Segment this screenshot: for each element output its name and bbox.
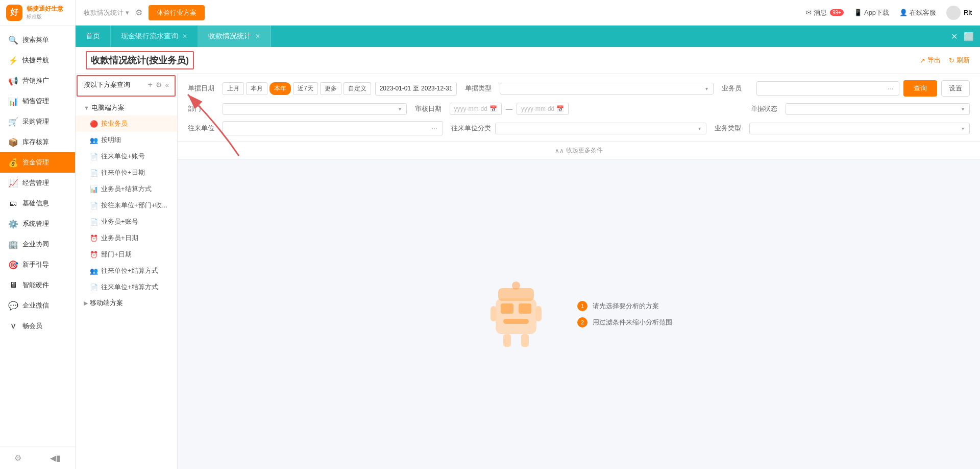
sidebar-item-quick-nav[interactable]: ⚡ 快捷导航 — [0, 50, 75, 71]
scheme-add-icon[interactable]: + — [148, 80, 152, 89]
biztype-select[interactable]: ▾ — [749, 123, 970, 134]
audit-label: 审核日期 — [415, 104, 446, 113]
sidebar-item-guide[interactable]: 🎯 新手引导 — [0, 254, 75, 275]
tree-group-mobile-header[interactable]: ▶ 移动端方案 — [76, 295, 177, 311]
collapse-bar[interactable]: ∧∧ 收起更多条件 — [178, 142, 980, 159]
query-btn[interactable]: 查询 — [903, 80, 937, 97]
svg-rect-9 — [498, 288, 534, 301]
page-header: 收款情况统计(按业务员) ↗ 导出 ↻ 刷新 — [76, 47, 980, 74]
date-btn-custom[interactable]: 自定义 — [344, 82, 371, 95]
window-close-icon[interactable]: ✕ — [951, 32, 958, 41]
tab-bank-flow-close[interactable]: ✕ — [182, 33, 187, 40]
unit-dept-icon: 📄 — [90, 201, 98, 209]
service-icon: 👤 — [899, 9, 908, 16]
tab-home[interactable]: 首页 — [76, 26, 111, 47]
unit-settlement1-icon: 👥 — [90, 267, 98, 275]
sales-icon: 📊 — [8, 96, 18, 106]
refresh-btn[interactable]: ↻ 刷新 — [949, 56, 970, 65]
logo-title: 畅捷通好生意 — [27, 5, 63, 13]
docstatus-select[interactable]: ▾ — [786, 103, 970, 115]
sidebar-label-sales: 销售管理 — [22, 97, 49, 106]
sidebar-item-search[interactable]: 🔍 搜索菜单 — [0, 30, 75, 50]
tree-item-salesperson-settlement[interactable]: 📊 业务员+结算方式 — [76, 181, 177, 197]
tree-item-dept-date[interactable]: ⏰ 部门+日期 — [76, 246, 177, 263]
messages-btn[interactable]: ✉ 消息 99+ — [806, 8, 844, 17]
date-btn-7days[interactable]: 近7天 — [293, 82, 318, 95]
sidebar-logo: 好 畅捷通好生意 标准版 — [0, 0, 75, 26]
export-btn[interactable]: ↗ 导出 — [920, 56, 941, 65]
sidebar-item-marketing[interactable]: 📢 营销推广 — [0, 71, 75, 91]
counterpart-label: 往来单位 — [188, 124, 218, 133]
tab-receivable-close[interactable]: ✕ — [255, 33, 260, 40]
doctype-select[interactable]: ▾ — [500, 83, 713, 95]
counterpart-select[interactable]: ··· — [223, 121, 443, 135]
salesperson-select[interactable]: ··· — [756, 81, 899, 96]
sidebar-collapse-icon[interactable]: ◀▮ — [50, 453, 61, 463]
filter-doctype-item: 单据类型 ▾ — [465, 83, 713, 95]
filter-setting-btn[interactable]: 设置 — [941, 80, 970, 97]
category-select[interactable]: ▾ — [495, 123, 706, 134]
tab-bank-flow[interactable]: 现金银行流水查询 ✕ — [111, 26, 198, 47]
tree-item-unit-settlement1[interactable]: 👥 往来单位+结算方式 — [76, 263, 177, 279]
tree-item-salesperson-date[interactable]: ⏰ 业务员+日期 — [76, 230, 177, 246]
tree-item-label-unit-date: 往来单位+日期 — [101, 168, 145, 177]
docstatus-label: 单据状态 — [751, 104, 781, 113]
tree-item-unit-dept[interactable]: 📄 按往来单位+部门+收... — [76, 197, 177, 214]
sidebar-item-basic-info[interactable]: 🗂 基础信息 — [0, 193, 75, 214]
audit-to-input[interactable]: yyyy-mm-dd 📅 — [517, 103, 569, 115]
sidebar-item-sales[interactable]: 📊 销售管理 — [0, 91, 75, 111]
tree-item-unit-settlement2[interactable]: 📄 往来单位+结算方式 — [76, 279, 177, 295]
sidebar-item-purchase[interactable]: 🛒 采购管理 — [0, 111, 75, 132]
filter-docstatus-item: 单据状态 ▾ — [751, 103, 970, 115]
window-maximize-icon[interactable]: ⬜ — [964, 32, 974, 41]
sidebar-item-finance[interactable]: 💰 资金管理 — [0, 152, 75, 173]
dept-label: 部门 — [188, 104, 218, 113]
date-btn-this-month[interactable]: 本月 — [246, 82, 267, 95]
tree-item-detail[interactable]: 👥 按明细 — [76, 132, 177, 148]
app-download-btn[interactable]: 📱 App下载 — [854, 8, 889, 17]
dept-select[interactable]: ▾ — [223, 103, 407, 115]
date-range-input[interactable]: 2023-01-01 至 2023-12-31 — [375, 82, 457, 96]
svg-rect-6 — [535, 306, 542, 321]
salesperson-more-icon[interactable]: ··· — [888, 84, 894, 92]
date-btn-last-month[interactable]: 上月 — [223, 82, 244, 95]
tree-item-by-salesperson[interactable]: 🔴 按业务员 — [76, 115, 177, 132]
sidebar-item-enterprise[interactable]: 🏢 企业协同 — [0, 234, 75, 254]
date-btn-this-year[interactable]: 本年 — [270, 82, 291, 95]
content-area: 按以下方案查询 + ⚙ « ▼ 电脑端方案 � — [76, 74, 980, 469]
salesperson-filter-label: 业务员 — [722, 84, 752, 93]
empty-state: 1 请先选择要分析的方案 2 用过滤条件来缩小分析范围 — [178, 159, 980, 469]
sidebar-item-operations[interactable]: 📈 经营管理 — [0, 173, 75, 193]
tab-receivable-stats[interactable]: 收款情况统计 ✕ — [198, 26, 271, 47]
tree-item-unit-date[interactable]: 📄 往来单位+日期 — [76, 165, 177, 181]
salesperson-account-icon: 📄 — [90, 218, 98, 226]
right-panel: 单据日期 上月 本月 本年 近7天 更多 自定义 2023-01-01 至 — [178, 74, 980, 469]
online-service-btn[interactable]: 👤 在线客服 — [899, 8, 936, 17]
topbar-settings-icon[interactable]: ⚙ — [135, 8, 142, 17]
tree-group-desktop-header[interactable]: ▼ 电脑端方案 — [76, 100, 177, 115]
date-from: 2023-01-01 — [380, 85, 411, 92]
scheme-collapse-icon[interactable]: « — [165, 81, 169, 89]
sidebar-item-member[interactable]: V 畅会员 — [0, 316, 75, 336]
tree-item-label-unit-settlement2: 往来单位+结算方式 — [101, 283, 158, 292]
sidebar-settings-icon[interactable]: ⚙ — [14, 453, 21, 463]
sidebar-item-wechat[interactable]: 💬 企业微信 — [0, 295, 75, 316]
tree-group-desktop-items: 🔴 按业务员 👥 按明细 📄 往来单位+账号 📄 — [76, 115, 177, 295]
counterpart-more-icon[interactable]: ··· — [431, 124, 437, 132]
audit-from-input[interactable]: yyyy-mm-dd 📅 — [450, 103, 502, 115]
trial-industry-btn[interactable]: 体验行业方案 — [149, 5, 205, 20]
sidebar-label-marketing: 营销推广 — [22, 76, 49, 85]
window-buttons: ✕ ⬜ — [951, 26, 980, 47]
scheme-panel: 按以下方案查询 + ⚙ « ▼ 电脑端方案 � — [76, 74, 178, 469]
sidebar-item-system[interactable]: ⚙️ 系统管理 — [0, 214, 75, 234]
tree-item-salesperson-account[interactable]: 📄 业务员+账号 — [76, 214, 177, 230]
message-badge: 99+ — [830, 9, 844, 16]
sidebar-item-inventory[interactable]: 📦 库存核算 — [0, 132, 75, 152]
user-area[interactable]: Rit — [946, 6, 972, 20]
tree-item-unit-account[interactable]: 📄 往来单位+账号 — [76, 148, 177, 165]
scheme-settings-icon[interactable]: ⚙ — [156, 81, 162, 89]
svg-point-10 — [512, 282, 520, 290]
sidebar-item-hardware[interactable]: 🖥 智能硬件 — [0, 275, 75, 295]
biztype-label: 业务类型 — [715, 124, 745, 133]
date-btn-more[interactable]: 更多 — [320, 82, 341, 95]
